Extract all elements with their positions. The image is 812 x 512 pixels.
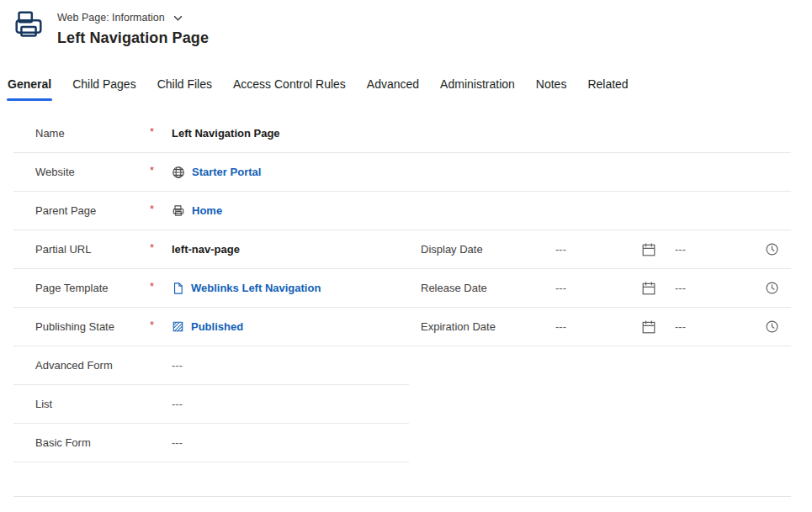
publishing-state-lookup-link[interactable]: Published (172, 320, 243, 333)
display-date-value[interactable]: --- (555, 243, 641, 256)
state-icon (172, 320, 184, 333)
parent-page-label: Parent Page (35, 204, 150, 217)
form-columns: Partial URL * left-nav-page Page Templat… (13, 230, 791, 462)
tab-access-control-rules[interactable]: Access Control Rules (232, 77, 347, 101)
display-date-label: Display Date (421, 243, 555, 256)
field-row-page-template: Page Template * Weblinks Left Navigation (13, 269, 409, 308)
parent-page-lookup-link[interactable]: Home (172, 204, 222, 218)
basic-form-value[interactable]: --- (172, 436, 183, 449)
page-template-lookup-link[interactable]: Weblinks Left Navigation (172, 282, 321, 295)
field-row-website: Website * Starter Portal (13, 153, 791, 192)
publishing-state-lookup-text: Published (191, 320, 243, 333)
calendar-icon[interactable] (641, 242, 656, 257)
release-date-value[interactable]: --- (555, 282, 641, 294)
list-value[interactable]: --- (172, 398, 183, 410)
calendar-icon[interactable] (641, 319, 656, 335)
required-asterisk: * (150, 280, 172, 293)
webpage-icon (172, 204, 185, 218)
field-row-advanced-form: Advanced Form --- (13, 346, 409, 385)
advanced-form-label: Advanced Form (35, 359, 150, 372)
field-row-parent-page: Parent Page * Home (13, 192, 791, 230)
website-lookup-text: Starter Portal (192, 166, 261, 178)
tab-notes[interactable]: Notes (535, 77, 568, 101)
name-value[interactable]: Left Navigation Page (172, 127, 280, 140)
parent-page-lookup-text: Home (192, 204, 222, 217)
required-asterisk: * (150, 203, 172, 215)
tab-advanced[interactable]: Advanced (366, 77, 420, 101)
required-asterisk: * (150, 125, 172, 138)
list-label: List (35, 398, 150, 410)
record-type-label: Web Page: Information (57, 12, 165, 24)
required-asterisk: * (150, 164, 172, 177)
tab-administration[interactable]: Administration (439, 77, 516, 101)
chevron-down-icon (172, 13, 183, 24)
globe-icon (172, 166, 185, 179)
partial-url-label: Partial URL (35, 243, 150, 256)
expiration-date-label: Expiration Date (421, 320, 555, 333)
required-asterisk: * (150, 241, 172, 254)
display-time-value[interactable]: --- (675, 243, 734, 256)
tab-related[interactable]: Related (586, 77, 629, 101)
field-row-release-date: Release Date --- --- (409, 269, 791, 308)
website-label: Website (35, 166, 150, 178)
field-row-basic-form: Basic Form --- (13, 424, 409, 462)
form-column-right: Display Date --- --- Release Date --- (409, 230, 791, 462)
page-template-lookup-text: Weblinks Left Navigation (191, 282, 321, 294)
tab-child-pages[interactable]: Child Pages (72, 77, 137, 101)
webpage-entity-icon (8, 8, 49, 45)
release-time-value[interactable]: --- (675, 282, 734, 294)
clock-icon[interactable] (765, 319, 779, 334)
publishing-state-label: Publishing State (35, 320, 150, 333)
website-lookup-link[interactable]: Starter Portal (172, 166, 261, 179)
clock-icon[interactable] (765, 242, 779, 256)
name-label: Name (35, 127, 150, 140)
general-form-section: Name * Left Navigation Page Website * St… (13, 114, 791, 497)
form-column-left: Partial URL * left-nav-page Page Templat… (13, 230, 409, 462)
clock-icon[interactable] (765, 281, 779, 295)
required-asterisk: * (150, 319, 172, 331)
calendar-icon[interactable] (641, 281, 656, 296)
form-tabs: General Child Pages Child Files Access C… (7, 77, 812, 101)
partial-url-value[interactable]: left-nav-page (172, 243, 240, 256)
advanced-form-value[interactable]: --- (172, 359, 183, 372)
field-row-expiration-date: Expiration Date --- --- (409, 308, 791, 346)
tab-general[interactable]: General (7, 77, 52, 101)
expiration-date-value[interactable]: --- (555, 320, 641, 333)
expiration-time-value[interactable]: --- (675, 320, 734, 333)
page-title: Left Navigation Page (57, 29, 209, 47)
field-row-partial-url: Partial URL * left-nav-page (13, 230, 409, 269)
tab-child-files[interactable]: Child Files (157, 77, 213, 101)
field-row-name: Name * Left Navigation Page (13, 114, 791, 153)
release-date-label: Release Date (421, 282, 555, 294)
record-header: Web Page: Information Left Navigation Pa… (0, 0, 812, 40)
document-icon (172, 282, 184, 295)
record-type-selector[interactable]: Web Page: Information (57, 10, 209, 25)
page-template-label: Page Template (35, 282, 150, 294)
header-text: Web Page: Information Left Navigation Pa… (57, 8, 209, 47)
field-row-list: List --- (13, 385, 409, 424)
field-row-publishing-state: Publishing State * Published (13, 308, 409, 346)
field-row-display-date: Display Date --- --- (409, 230, 791, 269)
basic-form-label: Basic Form (35, 436, 150, 449)
